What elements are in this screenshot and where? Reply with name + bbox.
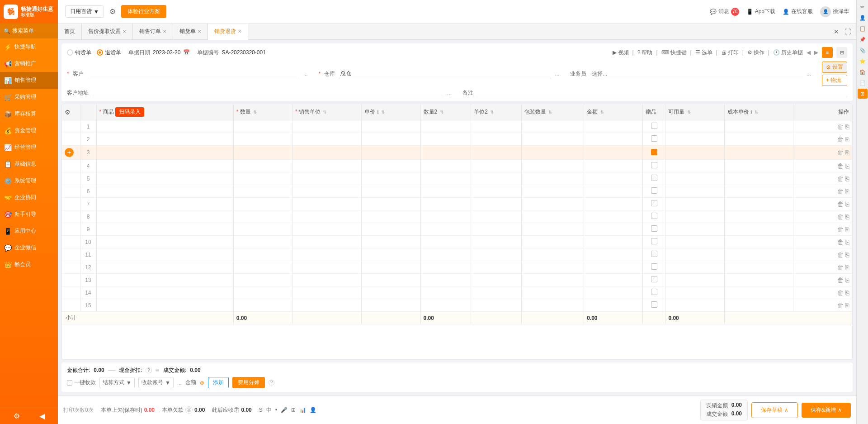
gift-cell[interactable] [643, 261, 665, 274]
price-cell[interactable] [362, 172, 420, 185]
cost-cell[interactable] [724, 160, 793, 172]
cost-cell[interactable] [724, 210, 793, 223]
delete-row-icon[interactable]: 🗑 [837, 175, 844, 182]
pack-cell[interactable] [521, 236, 584, 248]
copy-row-icon[interactable]: ⎘ [845, 276, 849, 284]
amount-cell[interactable] [584, 160, 643, 172]
amount-cell[interactable] [584, 146, 643, 160]
copy-row-icon[interactable]: ⎘ [845, 289, 849, 296]
qty-cell[interactable] [233, 133, 292, 146]
unit-sort-icon[interactable]: ⇅ [323, 110, 326, 114]
tab-sales-bill-close-icon[interactable]: ✕ [198, 29, 201, 34]
toolbar-icon-2[interactable]: 中 [266, 406, 272, 414]
gift-cell[interactable] [643, 198, 665, 210]
unit-cell[interactable] [292, 198, 362, 210]
unit2-cell[interactable] [471, 160, 522, 172]
unit2-cell[interactable] [471, 146, 522, 160]
delete-row-icon[interactable]: 🗑 [837, 136, 844, 143]
qty2-cell[interactable] [420, 185, 471, 198]
delete-row-icon[interactable]: 🗑 [837, 162, 844, 170]
copy-row-icon[interactable]: ⎘ [845, 238, 849, 246]
amount-cell[interactable] [584, 248, 643, 261]
cost-cell[interactable] [724, 248, 793, 261]
qty2-cell[interactable] [420, 198, 471, 210]
address-input[interactable] [92, 89, 443, 97]
unit2-cell[interactable] [471, 261, 522, 274]
tool-icon-3[interactable]: 📋 [858, 24, 868, 33]
delete-row-icon[interactable]: 🗑 [837, 276, 844, 284]
amount-sort-icon[interactable]: ⇅ [600, 110, 604, 114]
price-cell[interactable] [362, 286, 420, 299]
delete-row-icon[interactable]: 🗑 [837, 264, 844, 271]
address-picker-icon[interactable]: ... [447, 90, 452, 96]
copy-row-icon[interactable]: ⎘ [845, 213, 849, 220]
scan-btn[interactable]: 扫码录入 [115, 107, 144, 117]
qty2-cell[interactable] [420, 210, 471, 223]
tab-expand-icon[interactable]: ⛶ [843, 26, 853, 37]
qty-cell[interactable] [233, 223, 292, 236]
collapse-icon[interactable]: ◀ [39, 412, 45, 420]
gift-cell[interactable] [643, 286, 665, 299]
unit-cell[interactable] [292, 172, 362, 185]
qty2-cell[interactable] [420, 248, 471, 261]
tool-icon-5[interactable]: 📎 [858, 45, 868, 55]
qty-sort-icon[interactable]: ⇅ [253, 110, 257, 114]
pack-cell[interactable] [521, 261, 584, 274]
qty2-cell[interactable] [420, 299, 471, 312]
gift-checkbox[interactable] [651, 263, 657, 270]
price-cell[interactable] [362, 146, 420, 160]
sidebar-item-collab[interactable]: 🤝 企业协同 [0, 189, 58, 206]
toolbar-icon-7[interactable]: 👤 [310, 407, 316, 413]
toolbar-icon-5[interactable]: ⊞ [291, 407, 296, 413]
experience-btn[interactable]: 体验行业方案 [121, 5, 166, 18]
qty-cell[interactable] [233, 274, 292, 286]
select-link[interactable]: ☰ 选单 [695, 49, 712, 57]
qty-cell[interactable] [233, 172, 292, 185]
add-row-btn[interactable]: + [65, 148, 74, 157]
radio-return-bill[interactable]: 退货单 [97, 49, 121, 57]
price-cell[interactable] [362, 248, 420, 261]
sidebar-item-member[interactable]: 👑 畅会员 [0, 256, 58, 273]
tab-price-settings[interactable]: 售价提取设置 ✕ [82, 24, 133, 40]
unit-cell[interactable] [292, 236, 362, 248]
delete-row-icon[interactable]: 🗑 [837, 226, 844, 233]
tab-sales-order[interactable]: 销售订单 ✕ [133, 24, 173, 40]
company-dropdown[interactable]: 日用百货 ▼ [65, 5, 104, 18]
avail-cell[interactable] [665, 286, 724, 299]
qty-cell[interactable] [233, 299, 292, 312]
unit-cell[interactable] [292, 185, 362, 198]
sidebar-item-guide[interactable]: 🎯 新手引导 [0, 206, 58, 223]
salesperson-picker-icon[interactable]: ... [807, 71, 811, 77]
grid-view-icon[interactable]: ⊞ [836, 47, 847, 58]
tool-icon-9[interactable]: ⊞ [858, 89, 868, 99]
unit2-sort-icon[interactable]: ⇅ [490, 110, 494, 114]
unit-cell[interactable] [292, 299, 362, 312]
gift-checkbox[interactable] [651, 301, 657, 308]
nav-next-icon[interactable]: ▶ [814, 49, 818, 56]
amount-cell[interactable] [584, 120, 643, 133]
copy-row-icon[interactable]: ⎘ [845, 188, 849, 195]
settings-gear-icon[interactable]: ⚙ [108, 5, 118, 18]
payment-account-select[interactable]: 收款账号 ▼ [138, 377, 174, 388]
gift-checkbox[interactable] [651, 251, 657, 257]
unit-cell[interactable] [292, 223, 362, 236]
one-click-payment-check[interactable]: 一键收款 [67, 379, 96, 386]
avail-cell[interactable] [665, 223, 724, 236]
qty-cell[interactable] [233, 248, 292, 261]
settings-bottom-icon[interactable]: ⚙ [14, 412, 20, 420]
qty-cell[interactable] [233, 160, 292, 172]
sidebar-item-purchase[interactable]: 🛒 采购管理 [0, 89, 58, 105]
pack-cell[interactable] [521, 198, 584, 210]
cost-info-icon[interactable]: ℹ [750, 110, 752, 114]
qty2-cell[interactable] [420, 236, 471, 248]
pack-cell[interactable] [521, 185, 584, 198]
tab-price-close-icon[interactable]: ✕ [123, 29, 126, 34]
avail-cell[interactable] [665, 274, 724, 286]
amount-cell[interactable] [584, 198, 643, 210]
qty-cell[interactable] [233, 146, 292, 160]
pack-cell[interactable] [521, 223, 584, 236]
copy-row-icon[interactable]: ⎘ [845, 302, 849, 309]
avail-sort-icon[interactable]: ⇅ [687, 110, 691, 114]
gift-cell[interactable] [643, 274, 665, 286]
gift-checkbox[interactable] [651, 200, 657, 206]
